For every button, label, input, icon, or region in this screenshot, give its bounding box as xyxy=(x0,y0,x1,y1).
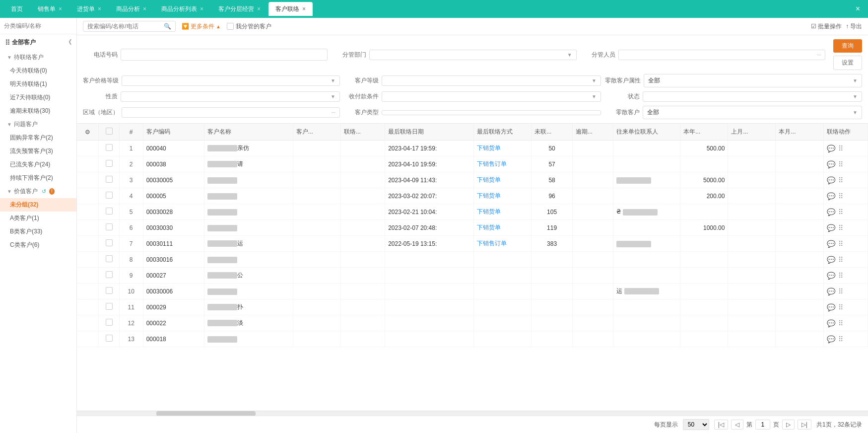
tab-home[interactable]: 首页 xyxy=(4,2,30,16)
chat-icon[interactable]: 💬 xyxy=(827,176,835,184)
col-thismonth-header[interactable]: 本月... xyxy=(776,124,823,141)
row-checkbox-cell[interactable] xyxy=(99,204,119,220)
col-type-header[interactable]: 客户... xyxy=(293,124,340,141)
my-customers-filter[interactable]: 我分管的客户 xyxy=(227,22,271,31)
row-checkbox[interactable] xyxy=(106,239,113,246)
tab-sales[interactable]: 销售单 × xyxy=(31,2,69,16)
tab-purchase[interactable]: 进货单 × xyxy=(70,2,108,16)
chat-icon[interactable]: 💬 xyxy=(827,256,835,264)
chat-icon[interactable]: 💬 xyxy=(827,144,835,152)
sidebar-item-class-a[interactable]: A类客户(1) xyxy=(0,212,76,225)
menu-icon[interactable]: ⠿ xyxy=(838,208,843,216)
sidebar-item-tomorrow[interactable]: 明天待联络(1) xyxy=(0,77,76,91)
method-link[interactable]: 下销货单 xyxy=(477,208,501,215)
row-checkbox-cell[interactable] xyxy=(99,331,119,347)
sidebar-item-class-c[interactable]: C类客户(6) xyxy=(0,238,76,252)
row-checkbox-cell[interactable] xyxy=(99,172,119,188)
page-input[interactable] xyxy=(755,420,770,430)
chat-icon[interactable]: 💬 xyxy=(827,192,835,200)
menu-icon[interactable]: ⠿ xyxy=(838,192,843,200)
tab-purchase-close[interactable]: × xyxy=(98,5,101,12)
tab-goods-analysis[interactable]: 商品分析 × xyxy=(109,2,153,16)
select-all-checkbox[interactable] xyxy=(106,128,113,135)
row-checkbox-cell[interactable] xyxy=(99,141,119,156)
col-nocontact-header[interactable]: 未联... xyxy=(532,124,572,141)
group-pending-contact[interactable]: ▼ 待联络客户 xyxy=(0,51,76,64)
chat-icon[interactable]: 💬 xyxy=(827,335,835,343)
menu-icon[interactable]: ⠿ xyxy=(838,335,843,343)
tab-customer-seg[interactable]: 客户分层经营 × xyxy=(211,2,267,16)
row-checkbox[interactable] xyxy=(106,223,113,230)
method-link[interactable]: 下销货单 xyxy=(477,224,501,231)
menu-icon[interactable]: ⠿ xyxy=(838,144,843,152)
col-thisyear-header[interactable]: 本年... xyxy=(680,124,728,141)
row-checkbox[interactable] xyxy=(106,160,113,167)
payment-select[interactable]: ▼ xyxy=(382,91,601,102)
row-checkbox[interactable] xyxy=(106,192,113,199)
row-checkbox-cell[interactable] xyxy=(99,284,119,299)
main-close-button[interactable]: × xyxy=(852,4,864,13)
value-refresh-icon[interactable]: ↺ xyxy=(42,188,46,195)
col-settings[interactable]: ⚙ xyxy=(77,124,99,141)
sidebar-item-class-b[interactable]: B类客户(33) xyxy=(0,225,76,238)
row-checkbox[interactable] xyxy=(106,255,113,262)
filter-search-input[interactable] xyxy=(87,23,162,30)
more-conditions-btn[interactable]: 🔽 更多条件 ▲ xyxy=(182,22,221,31)
row-checkbox-cell[interactable] xyxy=(99,236,119,252)
first-page-btn[interactable]: |◁ xyxy=(714,420,728,430)
chat-icon[interactable]: 💬 xyxy=(827,240,835,248)
method-link[interactable]: 下销货单 xyxy=(477,144,501,151)
group-problem-customers[interactable]: ▼ 问题客户 xyxy=(0,118,76,131)
customer-type-select[interactable] xyxy=(382,110,601,115)
retail-attr-select[interactable]: 全部 ▼ xyxy=(644,74,862,87)
sidebar-item-overdue[interactable]: 逾期未联络(30) xyxy=(0,104,76,118)
customer-level-select[interactable]: ▼ xyxy=(382,75,601,86)
method-link[interactable]: 下销售订单 xyxy=(477,240,507,247)
property-select[interactable]: ▼ xyxy=(121,91,340,102)
chat-icon[interactable]: 💬 xyxy=(827,272,835,280)
chat-icon[interactable]: 💬 xyxy=(827,319,835,327)
row-checkbox[interactable] xyxy=(106,176,113,183)
dept-select[interactable]: ▼ xyxy=(369,50,576,60)
batch-operation-btn[interactable]: ☑ 批量操作 xyxy=(811,22,842,31)
tab-goods-list-close[interactable]: × xyxy=(200,5,203,12)
col-partner-header[interactable]: 往来单位联系人 xyxy=(613,124,680,141)
chat-icon[interactable]: 💬 xyxy=(827,303,835,311)
chat-icon[interactable]: 💬 xyxy=(827,208,835,216)
query-button[interactable]: 查询 xyxy=(833,39,862,53)
sidebar-item-abnormal[interactable]: 固购异常客户(2) xyxy=(0,131,76,144)
col-checkbox-header[interactable] xyxy=(99,124,119,141)
menu-icon[interactable]: ⠿ xyxy=(838,272,843,280)
chat-icon[interactable]: 💬 xyxy=(827,288,835,295)
col-code-header[interactable]: 客户编码 xyxy=(143,124,204,141)
status-select[interactable]: ▼ xyxy=(643,91,862,102)
sidebar-item-lost[interactable]: 已流失客户(24) xyxy=(0,158,76,171)
tab-goods-list[interactable]: 商品分析列表 × xyxy=(154,2,210,16)
row-checkbox[interactable] xyxy=(106,303,113,310)
row-checkbox-cell[interactable] xyxy=(99,188,119,204)
row-checkbox[interactable] xyxy=(106,319,113,326)
row-checkbox-cell[interactable] xyxy=(99,299,119,315)
sidebar-item-declining[interactable]: 持续下滑客户(2) xyxy=(0,171,76,185)
next-page-btn[interactable]: ▷ xyxy=(782,420,795,430)
tab-sales-close[interactable]: × xyxy=(59,5,62,12)
menu-icon[interactable]: ⠿ xyxy=(838,319,843,327)
tab-customer-seg-close[interactable]: × xyxy=(257,5,261,12)
chat-icon[interactable]: 💬 xyxy=(827,160,835,168)
tab-goods-analysis-close[interactable]: × xyxy=(143,5,146,12)
col-lastmonth-header[interactable]: 上月... xyxy=(728,124,776,141)
staff-select[interactable]: ··· xyxy=(618,50,825,60)
menu-icon[interactable]: ⠿ xyxy=(838,256,843,264)
menu-icon[interactable]: ⠿ xyxy=(838,176,843,184)
row-checkbox-cell[interactable] xyxy=(99,156,119,172)
row-checkbox[interactable] xyxy=(106,208,113,215)
group-value-customers[interactable]: ▼ 价值客户 ↺ ! xyxy=(0,185,76,198)
method-link[interactable]: 下销货单 xyxy=(477,176,501,183)
region-select[interactable]: ··· xyxy=(122,107,340,118)
sidebar-item-ungroup[interactable]: 未分组(32) xyxy=(0,198,76,212)
export-btn[interactable]: ↑ 导出 xyxy=(846,22,862,31)
menu-icon[interactable]: ⠿ xyxy=(838,240,843,248)
reset-button[interactable]: 设置 xyxy=(833,56,862,70)
tab-customer-contact[interactable]: 客户联络 × xyxy=(268,2,313,16)
row-checkbox-cell[interactable] xyxy=(99,252,119,268)
